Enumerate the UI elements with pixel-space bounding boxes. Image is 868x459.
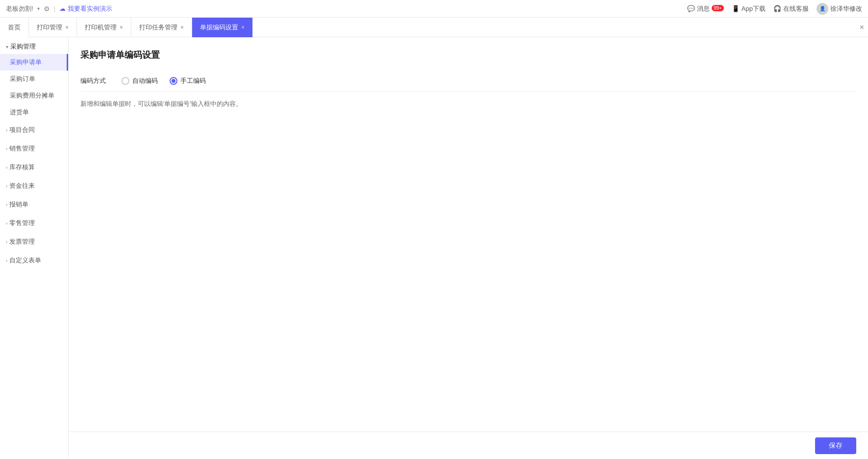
message-icon: 💬 xyxy=(687,5,695,12)
tab-print-mgmt-close[interactable]: × xyxy=(65,24,69,31)
sidebar-item-custom-form[interactable]: › 自定义表单 xyxy=(0,251,68,270)
tab-home-label: 首页 xyxy=(8,23,21,32)
tab-printer-mgmt-label: 打印机管理 xyxy=(85,23,117,32)
chevron-right-icon: › xyxy=(6,258,7,263)
tab-print-task-mgmt-label: 打印任务管理 xyxy=(139,23,177,32)
chevron-right-icon: › xyxy=(6,202,7,207)
save-button[interactable]: 保存 xyxy=(815,437,856,454)
page-footer: 保存 xyxy=(69,432,868,459)
top-bar-right: 💬 消息 99+ 📱 App下载 🎧 在线客服 👤 徐泽华修改 xyxy=(687,3,862,15)
sidebar-item-invoice-mgmt[interactable]: › 发票管理 xyxy=(0,232,68,251)
sidebar-group-purchase: ▾ 采购管理 采购申请单 采购订单 采购费用分摊单 进货单 xyxy=(0,37,68,121)
encoding-label: 编码方式 xyxy=(80,76,110,85)
sidebar-item-project-contract[interactable]: › 项目合同 xyxy=(0,121,68,139)
chevron-right-icon: › xyxy=(6,183,7,189)
tab-bar: 首页 打印管理 × 打印机管理 × 打印任务管理 × 单据编码设置 × × xyxy=(0,18,868,37)
tab-printer-mgmt-close[interactable]: × xyxy=(120,24,123,31)
sidebar-item-sales-mgmt[interactable]: › 销售管理 xyxy=(0,139,68,158)
close-all-icon[interactable]: × xyxy=(860,23,864,32)
tab-print-mgmt[interactable]: 打印管理 × xyxy=(29,18,77,37)
demo-link[interactable]: ☁ 我要看实例演示 xyxy=(59,4,112,13)
manual-encoding-radio[interactable] xyxy=(170,77,177,85)
chevron-down-icon[interactable]: ▾ xyxy=(37,6,40,11)
chevron-right-icon: › xyxy=(6,165,7,170)
sidebar-item-stock-in[interactable]: 进货单 xyxy=(0,104,68,121)
chevron-down-icon: ▾ xyxy=(6,44,8,50)
app-download-button[interactable]: 📱 App下载 xyxy=(732,4,766,13)
auto-encoding-option[interactable]: 自动编码 xyxy=(122,76,158,85)
sidebar-item-purchase-order[interactable]: 采购订单 xyxy=(0,71,68,87)
headset-icon: 🎧 xyxy=(773,5,781,12)
tab-bar-right: × xyxy=(253,23,868,32)
manual-encoding-option[interactable]: 手工编码 xyxy=(170,76,206,85)
sidebar-group-purchase-title[interactable]: ▾ 采购管理 xyxy=(0,37,68,54)
main-content: 采购申请单编码设置 编码方式 自动编码 手工编码 新增和编辑单据时，可以编辑'单… xyxy=(69,37,868,459)
sidebar-item-inventory[interactable]: › 库存核算 xyxy=(0,158,68,177)
app-title: 老板勿割! xyxy=(6,4,33,13)
tab-print-task-mgmt-close[interactable]: × xyxy=(180,24,184,31)
tab-barcode-settings[interactable]: 单据编码设置 × xyxy=(192,18,253,37)
online-service-button[interactable]: 🎧 在线客服 xyxy=(773,4,809,13)
tab-barcode-settings-close[interactable]: × xyxy=(241,24,245,31)
user-profile[interactable]: 👤 徐泽华修改 xyxy=(817,3,862,15)
cloud-icon: ☁ xyxy=(59,5,66,12)
sidebar-item-purchase-expense[interactable]: 采购费用分摊单 xyxy=(0,87,68,104)
auto-encoding-radio[interactable] xyxy=(122,77,129,85)
sidebar-item-retail-mgmt[interactable]: › 零售管理 xyxy=(0,214,68,232)
page-title: 采购申请单编码设置 xyxy=(80,49,856,61)
avatar: 👤 xyxy=(817,3,828,15)
message-badge: 99+ xyxy=(712,5,724,11)
layout: ▾ 采购管理 采购申请单 采购订单 采购费用分摊单 进货单 › 项目合同 › 销… xyxy=(0,37,868,459)
sidebar-item-return-sale[interactable]: › 报销单 xyxy=(0,195,68,214)
settings-icon[interactable]: ⚙ xyxy=(44,5,50,13)
top-bar: 老板勿割! ▾ ⚙ | ☁ 我要看实例演示 💬 消息 99+ 📱 App下载 🎧… xyxy=(0,0,868,18)
tab-print-task-mgmt[interactable]: 打印任务管理 × xyxy=(131,18,192,37)
tab-home[interactable]: 首页 xyxy=(0,18,29,37)
chevron-right-icon: › xyxy=(6,239,7,245)
top-bar-left: 老板勿割! ▾ ⚙ | ☁ 我要看实例演示 xyxy=(6,4,112,13)
radio-dot xyxy=(172,79,175,83)
encoding-row: 编码方式 自动编码 手工编码 xyxy=(80,71,856,92)
hint-text: 新增和编辑单据时，可以编辑'单据编号'输入框中的内容。 xyxy=(80,100,856,108)
chevron-right-icon: › xyxy=(6,128,7,133)
sidebar-item-capital[interactable]: › 资金往来 xyxy=(0,177,68,195)
chevron-right-icon: › xyxy=(6,221,7,226)
message-button[interactable]: 💬 消息 99+ xyxy=(687,4,724,13)
page-body: 采购申请单编码设置 编码方式 自动编码 手工编码 新增和编辑单据时，可以编辑'单… xyxy=(69,37,868,459)
phone-icon: 📱 xyxy=(732,5,740,12)
chevron-right-icon: › xyxy=(6,146,7,152)
tab-print-mgmt-label: 打印管理 xyxy=(37,23,62,32)
sidebar-item-purchase-request[interactable]: 采购申请单 xyxy=(0,54,68,71)
tab-barcode-settings-label: 单据编码设置 xyxy=(200,23,238,32)
sidebar: ▾ 采购管理 采购申请单 采购订单 采购费用分摊单 进货单 › 项目合同 › 销… xyxy=(0,37,69,459)
tab-printer-mgmt[interactable]: 打印机管理 × xyxy=(77,18,131,37)
